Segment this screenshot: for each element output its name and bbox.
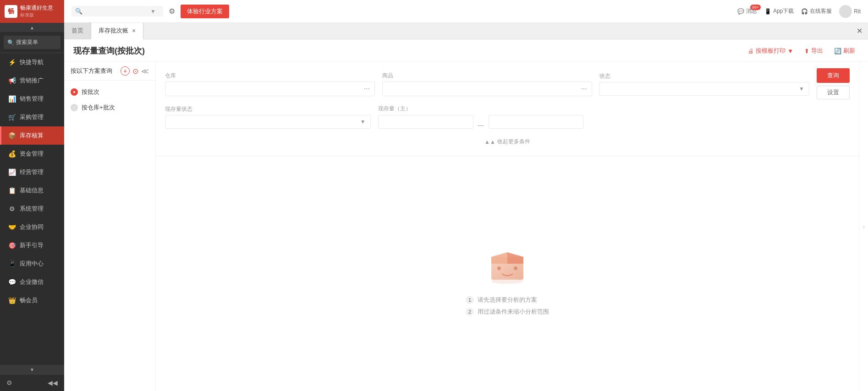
filter-active-dot: ●	[71, 88, 78, 96]
condition-row-2: 现存量状态 ▼ 现存量（主）	[165, 105, 850, 129]
collapse-more-btn[interactable]: ▲▲ 收起更多条件	[165, 134, 850, 149]
inventory-qty-dash: —	[476, 122, 486, 129]
close-tab-x-button[interactable]: ✕	[857, 27, 863, 35]
svg-marker-2	[507, 252, 523, 264]
member-icon: 👑	[8, 296, 16, 304]
sidebar-footer: ⚙ ◀◀	[0, 374, 64, 391]
search-conditions: 仓库 ··· 商品 ···	[156, 62, 859, 156]
print-chevron-icon: ▼	[787, 48, 793, 54]
filter-panel: 按以下方案查询 + ⊙ ≪ ● 按批次 ○ 按仓库+批次	[64, 62, 156, 391]
warehouse-condition: 仓库 ···	[165, 72, 375, 96]
topbar-search-input[interactable]	[84, 8, 148, 15]
sidebar-item-operations[interactable]: 📈 经营管理	[0, 163, 64, 181]
inventory-qty-condition: 现存量（主） —	[378, 105, 584, 129]
warehouse-input[interactable]: ···	[165, 81, 375, 96]
sidebar-item-basic-info[interactable]: 📋 基础信息	[0, 181, 64, 200]
page-header-actions: 🖨 按模板打印 ▼ ⬆ 导出 🔄 刷新	[744, 45, 859, 57]
scroll-down-arrow[interactable]: ▼	[0, 365, 64, 374]
empty-state: 1 请先选择要分析的方案 2 用过滤条件来缩小分析范围	[156, 156, 859, 391]
filter-add-button[interactable]: +	[121, 66, 130, 76]
filter-settings-icon[interactable]: ⊙	[132, 67, 138, 76]
inventory-status-chevron-icon: ▼	[360, 119, 366, 125]
page-title: 现存量查询(按批次)	[73, 45, 145, 56]
inventory-qty-from[interactable]	[378, 115, 473, 129]
enterprise-icon: 🤝	[8, 223, 16, 231]
product-label: 商品	[382, 72, 592, 80]
user-profile-btn[interactable]: Rit	[839, 5, 861, 18]
sidebar: 畅 畅康通好生意 标准版 ▲ 🔍 搜索菜单 ⚡ 快捷导航 📢 营销推广 📊 销售…	[0, 0, 64, 391]
status-select[interactable]: ▼	[599, 82, 809, 96]
sidebar-item-finance[interactable]: 💰 资金管理	[0, 145, 64, 163]
topbar-right: 💬 消息 99+ 📱 App下载 🎧 在线客服 Rit	[737, 5, 861, 18]
status-label: 状态	[599, 72, 809, 80]
condition-actions: 查询 设置	[817, 68, 850, 99]
sidebar-item-inventory[interactable]: 📦 库存核算	[0, 126, 64, 145]
app-version: 标准版	[20, 12, 53, 18]
sidebar-item-sales[interactable]: 📊 销售管理	[0, 90, 64, 108]
product-dots[interactable]: ···	[581, 85, 587, 93]
svg-point-3	[497, 266, 501, 270]
scroll-up-arrow[interactable]: ▲	[0, 23, 64, 32]
sidebar-item-marketing[interactable]: 📢 营销推广	[0, 71, 64, 90]
app-logo: 畅	[5, 5, 17, 18]
tab-home[interactable]: 首页	[64, 22, 91, 39]
phone-icon: 📱	[764, 8, 771, 15]
avatar	[839, 5, 852, 18]
topbar-search[interactable]: 🔍 ▼	[71, 6, 163, 16]
sidebar-item-quick-nav[interactable]: ⚡ 快捷导航	[0, 53, 64, 71]
message-btn[interactable]: 💬 消息 99+	[737, 7, 757, 15]
inventory-status-condition: 现存量状态 ▼	[165, 105, 371, 129]
filter-item-warehouse-batch[interactable]: ○ 按仓库+批次	[64, 100, 155, 115]
product-input[interactable]: ···	[382, 81, 592, 96]
sidebar-item-new-guide[interactable]: 🎯 新手引导	[0, 236, 64, 255]
message-badge: 99+	[750, 5, 761, 10]
sidebar-item-app-center[interactable]: 📱 应用中心	[0, 255, 64, 273]
inventory-qty-to[interactable]	[489, 115, 584, 129]
query-button[interactable]: 查询	[817, 68, 850, 83]
print-btn[interactable]: 🖨 按模板打印 ▼	[744, 45, 797, 57]
app-center-icon: 📱	[8, 260, 16, 268]
sidebar-item-system[interactable]: ⚙ 系统管理	[0, 200, 64, 218]
topbar: 🔍 ▼ ⚙ 体验行业方案 💬 消息 99+ 📱 App下载 🎧 在线客服 R	[64, 0, 868, 23]
sidebar-item-purchase[interactable]: 🛒 采购管理	[0, 108, 64, 126]
inventory-status-select[interactable]: ▼	[165, 115, 371, 129]
app-company: 畅康通好生意	[20, 5, 53, 12]
trial-btn[interactable]: 体验行业方案	[181, 5, 229, 18]
sales-icon: 📊	[8, 95, 16, 103]
empty-illustration	[480, 232, 535, 287]
topbar-gear-icon[interactable]: ⚙	[169, 7, 175, 16]
filter-item-batch[interactable]: ● 按批次	[64, 84, 155, 100]
page-content: 现存量查询(按批次) 🖨 按模板打印 ▼ ⬆ 导出 🔄 刷新	[64, 39, 868, 391]
filter-inactive-dot: ○	[71, 104, 78, 111]
search-menu-button[interactable]: 🔍 搜索菜单	[4, 36, 60, 49]
status-condition: 状态 ▼	[599, 72, 809, 96]
tabs-bar: 首页 库存批次账 × ✕	[64, 23, 868, 39]
settings-button[interactable]: 设置	[817, 86, 850, 99]
filter-panel-actions: + ⊙ ≪	[121, 66, 149, 76]
sidebar-item-member[interactable]: 👑 畅会员	[0, 291, 64, 310]
sidebar-header: 畅 畅康通好生意 标准版	[0, 0, 64, 23]
sidebar-item-enterprise[interactable]: 🤝 企业协同	[0, 218, 64, 236]
finance-icon: 💰	[8, 150, 16, 158]
app-download-btn[interactable]: 📱 App下载	[764, 7, 794, 15]
filter-items: ● 按批次 ○ 按仓库+批次	[64, 81, 155, 119]
refresh-btn[interactable]: 🔄 刷新	[830, 45, 859, 57]
content-wrapper: 按以下方案查询 + ⊙ ≪ ● 按批次 ○ 按仓库+批次	[64, 62, 868, 391]
tab-close-button[interactable]: ×	[132, 27, 136, 34]
filter-collapse-icon[interactable]: ≪	[141, 67, 149, 76]
collapse-sidebar-button[interactable]: ◀◀	[48, 379, 58, 386]
online-service-btn[interactable]: 🎧 在线客服	[801, 7, 832, 15]
right-edge-arrow[interactable]: ›	[863, 223, 865, 230]
user-name: Rit	[854, 8, 861, 15]
inventory-qty-label: 现存量（主）	[378, 105, 584, 113]
export-btn[interactable]: ⬆ 导出	[801, 45, 827, 57]
warehouse-dots[interactable]: ···	[364, 85, 370, 93]
tab-inventory-batch[interactable]: 库存批次账 ×	[91, 23, 143, 39]
inventory-icon: 📦	[8, 131, 16, 140]
svg-marker-1	[491, 252, 507, 264]
status-chevron-icon: ▼	[799, 86, 804, 92]
tabs-right-close: ✕	[851, 23, 868, 39]
settings-footer-button[interactable]: ⚙	[6, 379, 12, 386]
sidebar-item-enterprise-wechat[interactable]: 💬 企业微信	[0, 273, 64, 291]
right-content: 仓库 ··· 商品 ···	[156, 62, 859, 391]
